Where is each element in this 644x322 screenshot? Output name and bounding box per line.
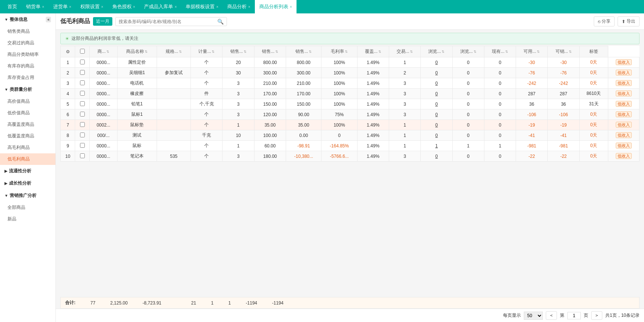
- close-icon[interactable]: ×: [133, 5, 135, 9]
- row-checkbox[interactable]: [75, 109, 90, 120]
- nav-product-analysis-list[interactable]: 商品分析列表 ×: [255, 0, 297, 13]
- close-icon[interactable]: ×: [290, 5, 292, 9]
- row-sale-cost: 150.00: [286, 99, 321, 109]
- th-settings[interactable]: ⚙: [61, 46, 75, 57]
- sidebar-item-low-margin[interactable]: 低毛利商品: [0, 153, 55, 165]
- sidebar-item-high-coverage[interactable]: 高覆盖度商品: [0, 119, 55, 130]
- sidebar-item-stocked-products[interactable]: 有库存的商品: [0, 60, 55, 72]
- sidebar-group-overall[interactable]: ▼ 整体信息 «: [0, 13, 55, 26]
- sidebar-group-cluster[interactable]: ▼ 类群量分析: [0, 83, 55, 96]
- row-checkbox[interactable]: [75, 89, 90, 99]
- row-trade[interactable]: 0: [421, 57, 452, 68]
- th-coverage[interactable]: 覆盖...⇅: [357, 46, 389, 57]
- row-gross: 1.49%: [357, 57, 389, 68]
- row-trade[interactable]: 0: [421, 130, 452, 141]
- row-trade[interactable]: 0: [421, 89, 452, 99]
- row-select-checkbox[interactable]: [80, 133, 85, 137]
- row-spec: [157, 141, 190, 151]
- row-select-checkbox[interactable]: [80, 112, 85, 117]
- row-select-checkbox[interactable]: [80, 70, 85, 75]
- sidebar-collapse-button[interactable]: «: [46, 17, 51, 22]
- row-checkbox[interactable]: [75, 78, 90, 89]
- nav-home[interactable]: 首页: [3, 0, 22, 13]
- nav-product-analysis[interactable]: 商品分析 ×: [223, 0, 255, 13]
- th-browse1[interactable]: 浏览...⇅: [421, 46, 452, 57]
- th-trade[interactable]: 交易...⇅: [389, 46, 420, 57]
- sidebar-item-traded-products[interactable]: 交易过的商品: [0, 37, 55, 49]
- sidebar-group-liquidity[interactable]: ▶ 流通性分析: [0, 165, 55, 177]
- th-unit[interactable]: 计量...⇅: [191, 46, 222, 57]
- page-size-select[interactable]: 50 100 200: [524, 312, 543, 320]
- row-checkbox[interactable]: [75, 151, 90, 162]
- row-checkbox[interactable]: [75, 99, 90, 109]
- close-icon[interactable]: ×: [69, 5, 71, 9]
- th-browse2[interactable]: 浏览...⇅: [452, 46, 484, 57]
- row-trade[interactable]: 0: [421, 109, 452, 120]
- sidebar-item-low-coverage[interactable]: 低覆盖度商品: [0, 130, 55, 142]
- nav-template-settings[interactable]: 单据模板设置 ×: [181, 0, 223, 13]
- th-avail[interactable]: 可用...⇅: [516, 46, 548, 57]
- sidebar-item-all-products[interactable]: 全部商品: [0, 202, 55, 213]
- prev-page-button[interactable]: ＜: [546, 311, 557, 320]
- row-trade[interactable]: 0: [421, 120, 452, 130]
- search-input[interactable]: [119, 19, 217, 24]
- row-select-checkbox[interactable]: [80, 122, 85, 127]
- th-stock[interactable]: 现有...⇅: [484, 46, 516, 57]
- sidebar-item-sales-products[interactable]: 销售类商品: [0, 26, 55, 37]
- nav-permission-settings[interactable]: 权限设置 ×: [76, 0, 108, 13]
- row-checkbox[interactable]: [75, 141, 90, 151]
- page-number-input[interactable]: [567, 312, 581, 319]
- nav-sales-order[interactable]: 销货单 ×: [22, 0, 49, 13]
- nav-role-auth[interactable]: 角色授权 ×: [108, 0, 140, 13]
- row-browse2: 1: [484, 141, 516, 151]
- sidebar-group-growth[interactable]: ▶ 成长性分析: [0, 177, 55, 189]
- row-checkbox[interactable]: [75, 68, 90, 78]
- row-trade[interactable]: 0: [421, 68, 452, 78]
- row-trade[interactable]: 1: [421, 141, 452, 151]
- th-sale-amt[interactable]: 销售...⇅: [254, 46, 286, 57]
- row-select-checkbox[interactable]: [80, 143, 85, 148]
- filter-recent-month-button[interactable]: 近一月: [93, 17, 112, 26]
- row-sale-cost: 35.00: [286, 120, 321, 130]
- th-checkbox[interactable]: [75, 46, 90, 57]
- th-sale-cost[interactable]: 销售...⇅: [286, 46, 321, 57]
- sidebar-group-marketing[interactable]: ▼ 营销推广分析: [0, 189, 55, 202]
- row-select-checkbox[interactable]: [80, 91, 85, 96]
- row-checkbox[interactable]: [75, 130, 90, 141]
- row-select-checkbox[interactable]: [80, 101, 85, 106]
- row-checkbox[interactable]: [75, 57, 90, 68]
- export-button[interactable]: ⬆ 导出: [618, 16, 640, 26]
- th-spec[interactable]: 规格...⇅: [157, 46, 190, 57]
- sidebar-item-category-assist-rate[interactable]: 商品分类助销率: [0, 49, 55, 60]
- row-trade[interactable]: 0: [421, 99, 452, 109]
- th-code[interactable]: 商...⇅: [90, 46, 117, 57]
- select-all-checkbox[interactable]: [80, 49, 85, 54]
- nav-purchase-order[interactable]: 进货单 ×: [49, 0, 76, 13]
- sidebar-item-capital-usage[interactable]: 库存资金占用: [0, 72, 55, 83]
- th-sale-qty[interactable]: 销售...⇅: [222, 46, 254, 57]
- row-checkbox[interactable]: [75, 120, 90, 130]
- share-button[interactable]: ⎋ 分享: [594, 16, 615, 26]
- close-icon[interactable]: ×: [174, 5, 177, 9]
- row-select-checkbox[interactable]: [80, 60, 85, 64]
- nav-product-inbound[interactable]: 产成品入库单 ×: [140, 0, 181, 13]
- sidebar-item-high-margin[interactable]: 高毛利商品: [0, 142, 55, 153]
- sidebar-item-low-value[interactable]: 低价值商品: [0, 107, 55, 119]
- close-icon[interactable]: ×: [248, 5, 250, 9]
- th-tag[interactable]: 标签: [579, 46, 608, 57]
- row-trade[interactable]: 0: [421, 78, 452, 89]
- th-name[interactable]: 商品名称⇅: [117, 46, 157, 57]
- next-page-button[interactable]: ＞: [591, 311, 602, 320]
- row-trade[interactable]: 0: [421, 151, 452, 162]
- row-code: 0002...: [90, 120, 117, 130]
- search-icon[interactable]: 🔍: [217, 19, 224, 25]
- th-sellable[interactable]: 可销...⇅: [548, 46, 579, 57]
- th-gross-rate[interactable]: 毛利率⇅: [321, 46, 357, 57]
- close-icon[interactable]: ×: [101, 5, 103, 9]
- row-select-checkbox[interactable]: [80, 153, 85, 158]
- close-icon[interactable]: ×: [216, 5, 218, 9]
- sidebar-item-new-products[interactable]: 新品: [0, 213, 55, 225]
- close-icon[interactable]: ×: [42, 5, 44, 9]
- sidebar-item-high-value[interactable]: 高价值商品: [0, 96, 55, 107]
- row-select-checkbox[interactable]: [80, 80, 85, 85]
